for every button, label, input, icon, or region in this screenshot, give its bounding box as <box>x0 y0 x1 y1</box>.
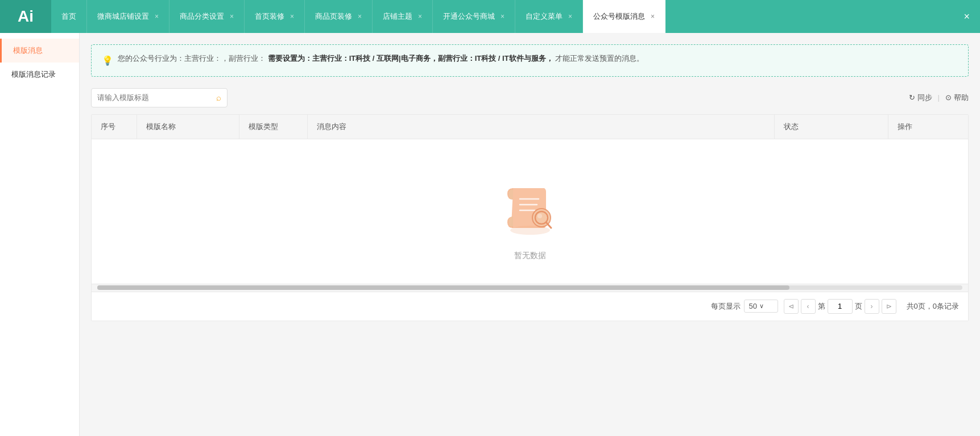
per-page-label: 每页显示 <box>711 301 741 312</box>
dropdown-arrow-icon: ∨ <box>759 302 764 310</box>
nav-tab-label-6: 开通公众号商城 <box>443 11 495 22</box>
nav-tab-5[interactable]: 店铺主题× <box>373 0 433 33</box>
page-label: 第 <box>818 301 825 312</box>
nav-tab-6[interactable]: 开通公众号商城× <box>433 0 515 33</box>
table-column-header-4: 状态 <box>775 115 888 139</box>
page-unit: 页 <box>855 301 862 312</box>
next-page-button[interactable]: › <box>865 299 879 314</box>
table-column-header-5: 操作 <box>888 115 968 139</box>
nav-tab-label-5: 店铺主题 <box>383 11 412 22</box>
main-content: 💡 您的公众号行业为：主营行业：，副营行业： 需要设置为：主营行业：IT科技 /… <box>80 33 980 436</box>
nav-tab-label-2: 商品分类设置 <box>180 11 224 22</box>
page-number-input[interactable] <box>828 299 853 314</box>
nav-tab-8[interactable]: 公众号模版消息× <box>583 0 665 33</box>
table-header: 序号模版名称模版类型消息内容状态操作 <box>92 115 968 139</box>
empty-text: 暂无数据 <box>514 251 546 261</box>
nav-tab-label-1: 微商城店铺设置 <box>97 11 149 22</box>
help-icon: ⊙ <box>945 93 952 102</box>
per-page-dropdown[interactable]: 50 ∨ <box>744 300 778 313</box>
nav-tab-1[interactable]: 微商城店铺设置× <box>87 0 169 33</box>
nav-tab-2[interactable]: 商品分类设置× <box>169 0 245 33</box>
nav-tab-close-6[interactable]: × <box>501 13 505 20</box>
page-layout: 模版消息模版消息记录 💡 您的公众号行业为：主营行业：，副营行业： 需要设置为：… <box>0 33 980 436</box>
prev-page-button[interactable]: ‹ <box>801 299 816 314</box>
scroll-thumb[interactable] <box>97 285 789 290</box>
table-column-header-2: 模版类型 <box>239 115 308 139</box>
brand-logo: Ai <box>0 0 51 33</box>
nav-tab-3[interactable]: 首页装修× <box>245 0 305 33</box>
horizontal-scrollbar[interactable] <box>92 284 968 292</box>
nav-tab-close-2[interactable]: × <box>230 13 234 20</box>
nav-tab-label-0: 首页 <box>61 11 76 22</box>
nav-tab-close-3[interactable]: × <box>290 13 294 20</box>
nav-tab-label-8: 公众号模版消息 <box>593 11 645 22</box>
nav-tab-close-1[interactable]: × <box>155 13 159 20</box>
pagination: 每页显示 50 ∨ ⊲ ‹ 第 页 › ⊳ 共0页，0条记录 <box>92 292 968 321</box>
toolbar-divider: | <box>938 93 940 102</box>
notice-box: 💡 您的公众号行业为：主营行业：，副营行业： 需要设置为：主营行业：IT科技 /… <box>91 44 969 77</box>
help-button[interactable]: ⊙ 帮助 <box>945 93 969 103</box>
first-page-button[interactable]: ⊲ <box>784 299 799 314</box>
search-bar: ⌕ ↻ 同步 | ⊙ 帮助 <box>91 88 969 107</box>
nav-tab-close-7[interactable]: × <box>568 13 572 20</box>
search-input[interactable] <box>97 93 216 102</box>
sidebar-item-1[interactable]: 模版消息记录 <box>0 63 79 86</box>
nav-tab-label-7: 自定义菜单 <box>526 11 563 22</box>
page-size-select: 每页显示 50 ∨ <box>711 300 778 313</box>
sync-button[interactable]: ↻ 同步 <box>909 93 932 103</box>
nav-tab-label-3: 首页装修 <box>255 11 284 22</box>
nav-tab-close-5[interactable]: × <box>418 13 422 20</box>
nav-tab-label-4: 商品页装修 <box>315 11 352 22</box>
nav-tab-4[interactable]: 商品页装修× <box>305 0 373 33</box>
toolbar-right: ↻ 同步 | ⊙ 帮助 <box>909 93 969 103</box>
nav-tab-0[interactable]: 首页 <box>51 0 87 33</box>
table-column-header-1: 模版名称 <box>137 115 239 139</box>
top-navbar: Ai 首页微商城店铺设置×商品分类设置×首页装修×商品页装修×店铺主题×开通公众… <box>0 0 980 33</box>
notice-icon: 💡 <box>102 53 113 68</box>
nav-tab-7[interactable]: 自定义菜单× <box>515 0 583 33</box>
close-all-tabs-button[interactable]: × <box>953 0 980 33</box>
empty-illustration <box>496 173 564 242</box>
search-input-wrap[interactable]: ⌕ <box>91 88 228 107</box>
nav-tabs-container: 首页微商城店铺设置×商品分类设置×首页装修×商品页装修×店铺主题×开通公众号商城… <box>51 0 953 33</box>
last-page-button[interactable]: ⊳ <box>882 299 896 314</box>
empty-state: 暂无数据 <box>92 139 968 284</box>
scroll-track <box>97 285 962 290</box>
svg-point-7 <box>537 214 542 218</box>
notice-text: 您的公众号行业为：主营行业：，副营行业： 需要设置为：主营行业：IT科技 / 互… <box>118 53 644 65</box>
sidebar: 模版消息模版消息记录 <box>0 33 80 436</box>
sync-icon: ↻ <box>909 93 915 102</box>
search-icon[interactable]: ⌕ <box>216 93 221 102</box>
page-navigation: ⊲ ‹ 第 页 › ⊳ <box>784 299 896 314</box>
table-column-header-3: 消息内容 <box>308 115 775 139</box>
sidebar-item-0[interactable]: 模版消息 <box>0 39 79 63</box>
page-total: 共0页，0条记录 <box>907 301 959 312</box>
table-column-header-0: 序号 <box>92 115 137 139</box>
nav-tab-close-4[interactable]: × <box>358 13 362 20</box>
data-table: 序号模版名称模版类型消息内容状态操作 <box>91 114 969 321</box>
nav-tab-close-8[interactable]: × <box>651 13 655 20</box>
